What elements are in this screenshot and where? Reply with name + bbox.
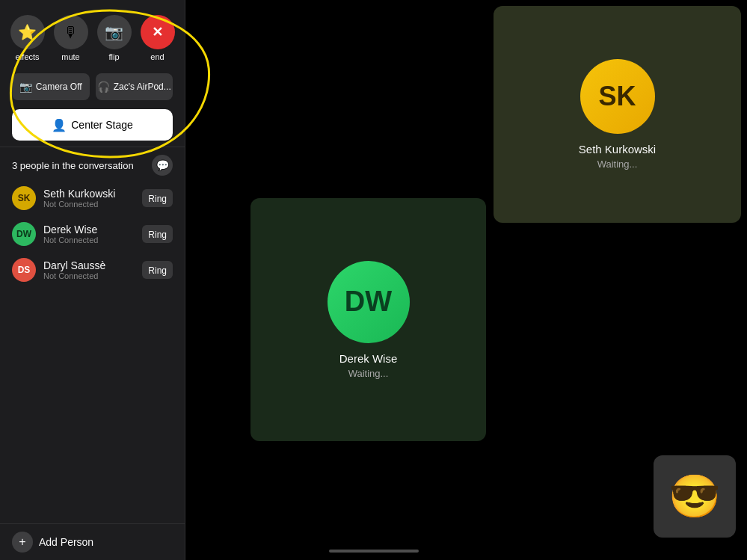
panel-seth: SK Seth Kurkowski Waiting... <box>494 6 741 223</box>
end-label: end <box>150 52 164 61</box>
derek-ring-label: Ring <box>148 230 167 240</box>
scroll-indicator <box>329 550 419 553</box>
mute-button[interactable]: 🎙 mute <box>54 15 88 61</box>
seth-avatar: SK <box>580 59 655 134</box>
person-item-daryl: DS Daryl Saussè Not Connected Ring <box>0 252 185 288</box>
derek-ring-button[interactable]: Ring <box>142 225 173 243</box>
daryl-ring-label: Ring <box>148 265 167 276</box>
daryl-list-name: Daryl Saussè <box>43 259 135 271</box>
audio-button[interactable]: 🎧 Zac's AirPod... <box>96 73 173 100</box>
person-list: SK Seth Kurkowski Not Connected Ring DW … <box>0 180 185 523</box>
seth-info: Seth Kurkowski Not Connected <box>43 188 135 209</box>
seth-name: Seth Kurkowski <box>579 143 656 156</box>
seth-ring-button[interactable]: Ring <box>142 189 173 207</box>
daryl-ring-button[interactable]: Ring <box>142 261 173 279</box>
camera-off-button[interactable]: 📷 Camera Off <box>12 73 90 100</box>
sidebar: ⭐ effects 🎙 mute 📷 flip ✕ end 📷 Camera <box>0 0 185 560</box>
mute-icon[interactable]: 🎙 <box>54 15 88 49</box>
seth-list-avatar: SK <box>12 186 36 210</box>
daryl-info: Daryl Saussè Not Connected <box>43 259 135 280</box>
end-icon[interactable]: ✕ <box>141 15 175 49</box>
flip-label: flip <box>108 52 119 61</box>
audio-icon: 🎧 <box>97 81 110 93</box>
camera-label: Camera Off <box>36 81 82 92</box>
add-person-row[interactable]: + Add Person <box>0 523 185 560</box>
self-view: 😎 <box>654 455 736 538</box>
flip-icon[interactable]: 📷 <box>97 15 132 49</box>
mute-label: mute <box>61 52 79 61</box>
end-button[interactable]: ✕ end <box>141 15 175 61</box>
panel-derek: DW Derek Wise Waiting... <box>250 198 486 441</box>
seth-list-name: Seth Kurkowski <box>43 188 135 200</box>
effects-button[interactable]: ⭐ effects <box>10 15 45 61</box>
center-stage-button[interactable]: 👤 Center Stage <box>12 109 173 141</box>
people-count-row: 3 people in the conversation 💬 <box>0 147 185 180</box>
center-stage-label: Center Stage <box>71 119 133 131</box>
derek-list-avatar: DW <box>12 222 36 246</box>
derek-list-status: Not Connected <box>43 236 135 244</box>
message-button[interactable]: 💬 <box>152 155 173 176</box>
person-item-seth: SK Seth Kurkowski Not Connected Ring <box>0 180 185 216</box>
audio-label: Zac's AirPod... <box>114 81 171 92</box>
daryl-list-avatar: DS <box>12 258 36 282</box>
controls-row: ⭐ effects 🎙 mute 📷 flip ✕ end <box>0 0 185 67</box>
self-emoji: 😎 <box>668 472 721 521</box>
derek-avatar: DW <box>328 261 410 343</box>
add-person-label: Add Person <box>39 536 93 548</box>
derek-status: Waiting... <box>348 368 389 379</box>
center-stage-icon: 👤 <box>52 118 67 132</box>
effects-label: effects <box>15 52 39 61</box>
effects-icon[interactable]: ⭐ <box>10 15 45 49</box>
derek-name: Derek Wise <box>339 352 398 365</box>
add-person-icon: + <box>12 532 33 553</box>
daryl-list-status: Not Connected <box>43 271 135 280</box>
device-row: 📷 Camera Off 🎧 Zac's AirPod... <box>0 67 185 106</box>
seth-list-status: Not Connected <box>43 200 135 209</box>
flip-button[interactable]: 📷 flip <box>97 15 132 61</box>
seth-ring-label: Ring <box>148 194 167 204</box>
derek-info: Derek Wise Not Connected <box>43 224 135 244</box>
derek-list-name: Derek Wise <box>43 224 135 236</box>
camera-icon: 📷 <box>19 81 32 93</box>
people-count-label: 3 people in the conversation <box>12 160 134 171</box>
seth-status: Waiting... <box>597 159 638 170</box>
person-item-derek: DW Derek Wise Not Connected Ring <box>0 216 185 252</box>
